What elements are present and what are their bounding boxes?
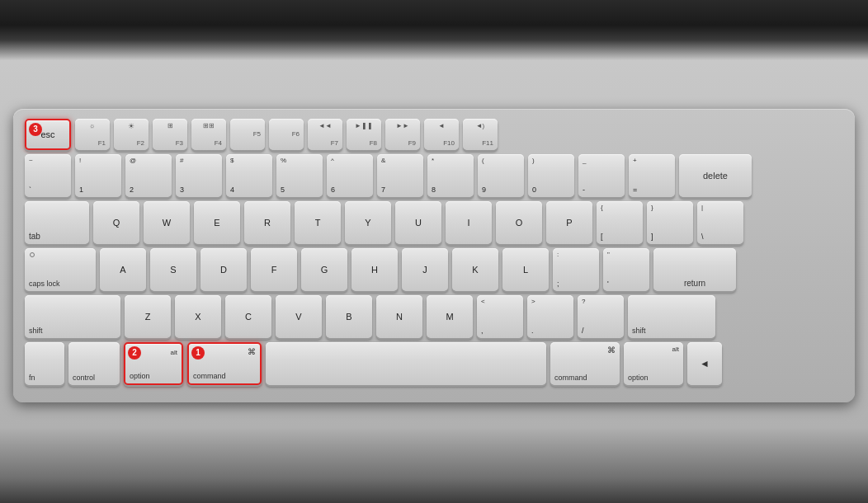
key-minus[interactable]: _ - [578,154,625,197]
key-f9[interactable]: ►► F9 [385,119,420,150]
key-f4[interactable]: ⊞⊞ F4 [191,119,226,150]
key-capslock[interactable]: caps lock [25,248,96,291]
key-5[interactable]: % 5 [276,154,323,197]
key-x[interactable]: X [175,295,221,338]
key-f5[interactable]: F5 [230,119,265,150]
key-f6[interactable]: F6 [269,119,304,150]
key-command-left[interactable]: 1 ⌘ command [187,342,262,385]
key-z[interactable]: Z [125,295,171,338]
key-lbracket[interactable]: { [ [597,201,643,244]
key-rbracket[interactable]: } ] [647,201,693,244]
key-l[interactable]: L [502,248,549,291]
bottom-row: fn control 2 alt option 1 ⌘ command [25,342,843,385]
qwerty-row: tab Q W E R T Y U I O P { [ } ] | \ [25,201,843,244]
key-f[interactable]: F [251,248,297,291]
key-equals[interactable]: + = [629,154,675,197]
key-f2[interactable]: ☀ F2 [114,119,149,150]
key-tab[interactable]: tab [25,201,89,244]
key-f11[interactable]: ◄) F11 [463,119,498,150]
key-2[interactable]: @ 2 [125,154,172,197]
key-period[interactable]: > . [527,295,573,338]
key-delete[interactable]: delete [679,154,752,197]
key-u[interactable]: U [395,201,441,244]
key-control[interactable]: control [68,342,120,385]
key-1[interactable]: ! 1 [75,154,121,197]
key-esc[interactable]: 3 esc [25,119,71,150]
key-t[interactable]: T [295,201,341,244]
key-e[interactable]: E [194,201,240,244]
key-g[interactable]: G [301,248,347,291]
key-0[interactable]: ) 0 [528,154,574,197]
key-space[interactable] [266,342,546,385]
key-return[interactable]: return [653,248,736,291]
key-f1[interactable]: ☼ F1 [75,119,110,150]
key-k[interactable]: K [452,248,498,291]
key-8[interactable]: * 8 [427,154,474,197]
keyboard-background: 3 esc ☼ F1 ☀ F2 ⊞ F3 ⊞⊞ F4 [0,0,868,503]
key-tilde[interactable]: ~ ` [25,154,71,197]
key-w[interactable]: W [144,201,190,244]
key-n[interactable]: N [376,295,422,338]
badge-2: 2 [128,346,141,360]
number-row: ~ ` ! 1 @ 2 # 3 $ 4 % 5 [25,154,843,197]
key-arrow-left[interactable]: ◄ [687,342,722,385]
key-option-right[interactable]: alt option [624,342,683,385]
asdf-row: caps lock A S D F G H J K L : ; " ' retu… [25,248,843,291]
esc-label: esc [40,129,54,139]
key-v[interactable]: V [276,295,322,338]
key-quote[interactable]: " ' [603,248,649,291]
key-f7[interactable]: ◄◄ F7 [308,119,342,150]
key-q[interactable]: Q [93,201,139,244]
key-command-right[interactable]: ⌘ command [550,342,620,385]
key-7[interactable]: & 7 [377,154,423,197]
key-y[interactable]: Y [345,201,391,244]
key-b[interactable]: B [326,295,372,338]
key-option-left[interactable]: 2 alt option [124,342,183,385]
key-shift-right[interactable]: shift [628,295,715,338]
key-backslash[interactable]: | \ [697,201,743,244]
key-s[interactable]: S [150,248,196,291]
fn-row: 3 esc ☼ F1 ☀ F2 ⊞ F3 ⊞⊞ F4 [25,119,843,150]
key-j[interactable]: J [402,248,448,291]
key-a[interactable]: A [100,248,146,291]
zxcv-row: shift Z X C V B N M < , > . ? / shift [25,295,843,338]
key-d[interactable]: D [200,248,247,291]
key-f3[interactable]: ⊞ F3 [153,119,187,150]
key-6[interactable]: ^ 6 [327,154,373,197]
badge-3: 3 [29,123,42,136]
key-4[interactable]: $ 4 [226,154,272,197]
key-h[interactable]: H [351,248,398,291]
key-semicolon[interactable]: : ; [553,248,599,291]
badge-1: 1 [191,346,205,360]
key-c[interactable]: C [225,295,271,338]
key-r[interactable]: R [244,201,290,244]
key-f8[interactable]: ►❚❚ F8 [347,119,381,150]
key-f10[interactable]: ◄ F10 [424,119,459,150]
key-i[interactable]: I [446,201,492,244]
keyboard-body: 3 esc ☼ F1 ☀ F2 ⊞ F3 ⊞⊞ F4 [13,109,855,402]
key-comma[interactable]: < , [477,295,523,338]
key-o[interactable]: O [496,201,542,244]
key-p[interactable]: P [546,201,592,244]
key-9[interactable]: ( 9 [478,154,524,197]
key-m[interactable]: M [427,295,473,338]
key-3[interactable]: # 3 [176,154,222,197]
key-slash[interactable]: ? / [578,295,624,338]
key-fn[interactable]: fn [25,342,64,385]
key-shift-left[interactable]: shift [25,295,120,338]
